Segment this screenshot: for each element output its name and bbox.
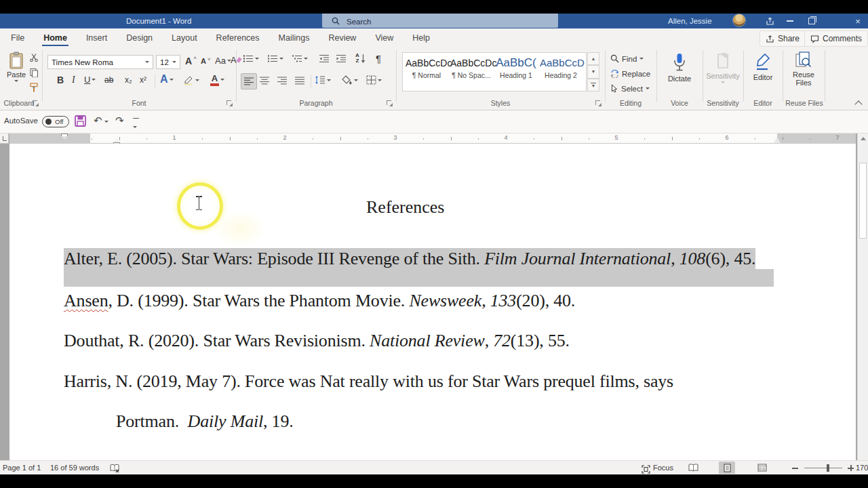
- close-button[interactable]: ×: [849, 14, 867, 28]
- citation-line[interactable]: Harris, N. (2019, May 7). Force was Nat …: [64, 371, 673, 392]
- zoom-percentage[interactable]: 170%: [856, 461, 868, 474]
- align-right-button[interactable]: [277, 77, 287, 85]
- subscript-button[interactable]: x₂: [125, 75, 132, 85]
- justify-button[interactable]: [295, 77, 304, 85]
- cut-button[interactable]: [29, 53, 39, 62]
- highlight-button[interactable]: [183, 75, 199, 85]
- format-painter-button[interactable]: [29, 83, 39, 92]
- find-button[interactable]: Find: [610, 54, 644, 63]
- multilevel-list-button[interactable]: [292, 54, 308, 63]
- italic-button[interactable]: I: [72, 75, 75, 85]
- tab-selector[interactable]: [0, 134, 9, 144]
- zoom-slider-track[interactable]: [804, 468, 842, 468]
- strikethrough-button[interactable]: ab: [104, 75, 113, 85]
- show-paragraph-marks-button[interactable]: ¶: [376, 53, 381, 64]
- clipboard-dialog-launcher[interactable]: [33, 100, 39, 106]
- style-heading-2[interactable]: AaBbCcDHeading 2: [540, 55, 582, 89]
- customize-qat-button[interactable]: [133, 118, 139, 132]
- comments-button[interactable]: Comments: [804, 30, 868, 47]
- account-name[interactable]: Allen, Jessie: [668, 14, 712, 28]
- scroll-up-arrow-icon[interactable]: [861, 137, 866, 140]
- sort-button[interactable]: AZ: [355, 53, 366, 64]
- undo-button[interactable]: ↶: [94, 115, 108, 127]
- line-spacing-button[interactable]: [315, 75, 331, 85]
- citation-line[interactable]: Ansen, D. (1999). Star Wars the Phantom …: [64, 290, 575, 312]
- redo-button[interactable]: ↷: [115, 115, 124, 127]
- page-indicator[interactable]: Page 1 of 1: [3, 461, 41, 474]
- tab-file[interactable]: File: [1, 28, 34, 47]
- citation-line[interactable]: Douthat, R. (2020). Star Wars Revisionis…: [64, 330, 570, 352]
- editor-button[interactable]: Editor: [747, 53, 778, 81]
- document-heading[interactable]: References: [366, 197, 444, 218]
- change-case-button[interactable]: Aa: [215, 56, 231, 66]
- dictate-button[interactable]: Dictate: [663, 53, 696, 83]
- horizontal-ruler[interactable]: 1234567: [9, 134, 856, 144]
- share-button[interactable]: Share: [760, 30, 806, 47]
- reuse-files-button[interactable]: Reuse Files: [787, 52, 821, 87]
- styles-more-button[interactable]: ▼: [587, 79, 599, 92]
- tab-references[interactable]: References: [207, 28, 269, 47]
- share-window-button[interactable]: [761, 14, 778, 28]
- read-mode-button[interactable]: [685, 462, 701, 474]
- tab-mailings[interactable]: Mailings: [269, 28, 319, 47]
- borders-button[interactable]: [366, 75, 382, 85]
- citation-line[interactable]: Portman. Daily Mail, 19.: [116, 411, 294, 432]
- right-indent-marker[interactable]: [774, 137, 781, 143]
- paste-button[interactable]: Paste: [4, 52, 28, 82]
- print-layout-button[interactable]: [719, 462, 735, 474]
- align-left-button[interactable]: [241, 73, 257, 89]
- styles-scroll-down-button[interactable]: ▼: [587, 65, 599, 78]
- paragraph-dialog-launcher[interactable]: [387, 100, 393, 106]
- tab-layout[interactable]: Layout: [162, 28, 207, 47]
- copy-button[interactable]: [29, 68, 39, 77]
- font-dialog-launcher[interactable]: [226, 100, 233, 106]
- vertical-scrollbar[interactable]: [857, 134, 868, 460]
- focus-label[interactable]: Focus: [653, 461, 673, 474]
- tab-help[interactable]: Help: [403, 28, 439, 47]
- bold-button[interactable]: B: [57, 75, 64, 85]
- autosave-toggle[interactable]: Off: [42, 116, 69, 127]
- increase-indent-button[interactable]: [336, 54, 347, 63]
- save-button[interactable]: [75, 115, 86, 127]
- document-page[interactable]: References Alter, E. (2005). Star Wars: …: [9, 144, 856, 460]
- font-size-select[interactable]: 12: [156, 55, 180, 69]
- tab-design[interactable]: Design: [117, 28, 162, 47]
- bullets-button[interactable]: [243, 54, 259, 63]
- collapse-ribbon-button[interactable]: [856, 100, 862, 106]
- font-name-select[interactable]: Times New Roma: [47, 55, 153, 69]
- citation-line[interactable]: Alter, E. (2005). Star Wars: Episode III…: [64, 248, 755, 270]
- replace-button[interactable]: Replace: [610, 69, 650, 78]
- shading-button[interactable]: [342, 75, 358, 85]
- avatar[interactable]: [732, 14, 746, 27]
- underline-button[interactable]: U: [84, 75, 96, 85]
- numbering-button[interactable]: [267, 54, 283, 63]
- clear-formatting-button[interactable]: A: [231, 55, 241, 65]
- minimize-button[interactable]: [781, 14, 799, 28]
- scrollbar-thumb[interactable]: [859, 163, 867, 239]
- first-line-indent-marker[interactable]: [61, 134, 68, 139]
- style--no-spac-[interactable]: AaBbCcDc¶ No Spac...: [450, 55, 492, 89]
- select-button[interactable]: Select: [610, 84, 650, 93]
- styles-scroll-up-button[interactable]: ▲: [587, 52, 599, 65]
- word-count[interactable]: 16 of 59 words: [50, 461, 99, 474]
- zoom-out-button[interactable]: [792, 468, 798, 469]
- web-layout-button[interactable]: [754, 462, 770, 474]
- find-label: Find: [622, 55, 637, 63]
- font-color-button[interactable]: A: [210, 73, 224, 86]
- restore-button[interactable]: [803, 14, 821, 28]
- decrease-indent-button[interactable]: [319, 54, 330, 63]
- align-center-button[interactable]: [260, 77, 269, 85]
- tab-insert[interactable]: Insert: [77, 28, 117, 47]
- tab-view[interactable]: View: [366, 28, 403, 47]
- tab-review[interactable]: Review: [319, 28, 366, 47]
- text-effects-button[interactable]: A: [160, 73, 174, 85]
- style--normal[interactable]: AaBbCcDc¶ Normal: [406, 55, 448, 89]
- styles-dialog-launcher[interactable]: [595, 100, 601, 106]
- grow-font-button[interactable]: A˄: [185, 56, 197, 66]
- style-heading-1[interactable]: AaBbC(Heading 1: [495, 55, 537, 89]
- zoom-slider-thumb[interactable]: [827, 464, 829, 472]
- superscript-button[interactable]: x²: [140, 75, 146, 85]
- tab-home[interactable]: Home: [34, 28, 77, 47]
- zoom-in-button[interactable]: [848, 465, 854, 471]
- shrink-font-button[interactable]: A˅: [201, 57, 211, 65]
